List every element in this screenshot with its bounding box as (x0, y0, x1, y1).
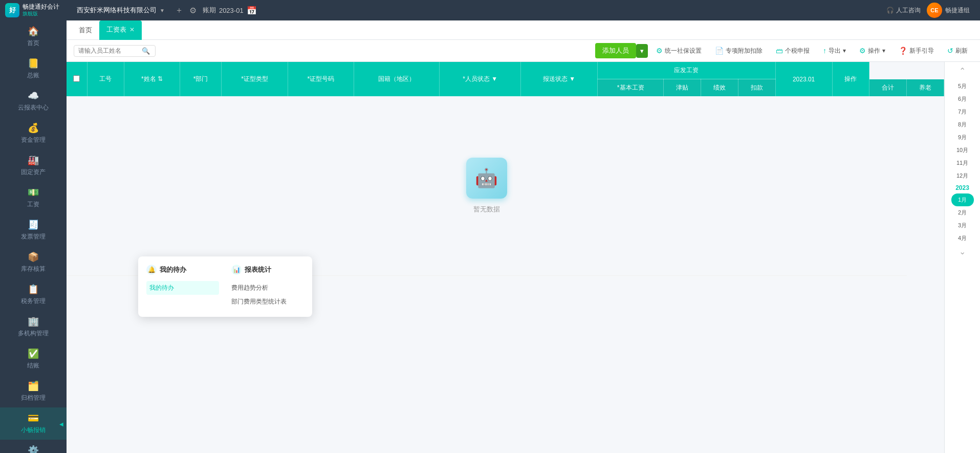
content-area: 首页 工资表 ✕ 🔍 添加人员 ▾ ⚙ 统一社保设置 (67, 20, 980, 453)
col-name: *姓名 ⇅ (124, 62, 180, 96)
salary-table: 工号 *姓名 ⇅ *部门 *证型类型 *证型号码 国籍（地区） *人员状态 ▼ … (67, 62, 944, 276)
sidebar-label-settle: 结账 (27, 361, 39, 370)
empty-text: 暂无数据 (473, 205, 500, 214)
timeline-month-7[interactable]: 7月 (945, 105, 980, 118)
sidebar-item-inventory[interactable]: 📦 库存核算 (0, 246, 67, 278)
col-dept: *部门 (180, 62, 222, 96)
export-arrow: ▾ (843, 47, 846, 54)
active-year-label: 2023 (955, 182, 969, 193)
timeline-month-2[interactable]: 2月 (945, 206, 980, 219)
service-button[interactable]: 🎧 人工咨询 (886, 6, 921, 15)
tax-report-btn[interactable]: 🗃 个税申报 (771, 45, 815, 57)
col-salary-group: 应发工资 (598, 62, 776, 79)
sidebar-item-ledger[interactable]: 📒 总账 (0, 53, 67, 85)
timeline-month-1-active[interactable]: 1月 (951, 193, 974, 206)
popup-dept-expense[interactable]: 部门费用类型统计表 (231, 295, 304, 309)
fixed-assets-icon: 🏭 (28, 155, 39, 166)
sidebar-item-multi-org[interactable]: 🏢 多机构管理 (0, 311, 67, 343)
sidebar-item-fixed-assets[interactable]: 🏭 固定资产 (0, 149, 67, 182)
sidebar-item-home[interactable]: 🏠 首页 (0, 20, 67, 53)
sidebar-label-cloud: 云报表中心 (18, 103, 49, 112)
toolbar: 🔍 添加人员 ▾ ⚙ 统一社保设置 📄 专项附加扣除 🗃 个税申报 (67, 40, 980, 62)
timeline-month-4[interactable]: 4月 (945, 232, 980, 245)
period-area: 账期 2023-01 📅 (203, 6, 257, 15)
period-label: 账期 (203, 6, 216, 15)
timeline-month-3[interactable]: 3月 (945, 219, 980, 232)
company-selector[interactable]: 西安虾米网络科技有限公司 ▼ (72, 6, 170, 15)
popup-todo-title: 🔔 我的待办 (146, 265, 219, 275)
popup-report-title: 📊 报表统计 (231, 265, 304, 275)
sidebar-label-home: 首页 (27, 39, 39, 48)
sidebar-label-salary: 工资 (27, 200, 39, 209)
col-pension: 养老 (907, 79, 944, 97)
expense-arrow: ◀ (59, 421, 63, 426)
sidebar-item-expense[interactable]: 💳 小畅报销 ◀ (0, 407, 67, 440)
timeline-month-5[interactable]: 5月 (945, 80, 980, 93)
main-layout: 🏠 首页 📒 总账 ☁️ 云报表中心 💰 资金管理 🏭 固定资产 💵 工资 🧾 … (0, 20, 980, 453)
guide-icon: ❓ (899, 47, 907, 55)
col-deduction: 扣款 (738, 79, 775, 97)
calendar-icon[interactable]: 📅 (247, 6, 257, 15)
sidebar-label-multi: 多机构管理 (18, 329, 49, 338)
sidebar-item-tax[interactable]: 📋 税务管理 (0, 278, 67, 311)
tab-salary-table[interactable]: 工资表 ✕ (99, 20, 142, 40)
expense-icon: 💳 (28, 413, 39, 424)
timeline-month-6[interactable]: 6月 (945, 93, 980, 105)
social-security-btn[interactable]: ⚙ 统一社保设置 (651, 45, 707, 57)
special-deduction-btn[interactable]: 📄 专项附加扣除 (710, 45, 768, 57)
col-cert-number: *证型号码 (288, 62, 354, 96)
top-actions: ＋ ⚙ 账期 2023-01 📅 (170, 5, 262, 16)
operation-btn[interactable]: ⚙ 操作 ▾ (854, 45, 890, 57)
timeline-up-chevron[interactable]: ⌃ (957, 64, 968, 78)
sidebar-label-fund: 资金管理 (21, 136, 46, 144)
settings-icon[interactable]: ⚙ (189, 6, 197, 15)
timeline-month-12[interactable]: 12月 (945, 169, 980, 182)
tab-close-icon[interactable]: ✕ (129, 26, 135, 33)
timeline-down-chevron[interactable]: ⌄ (957, 245, 968, 258)
select-all-checkbox[interactable] (73, 75, 80, 82)
basic-icon: ⚙️ (28, 445, 39, 453)
col-cert-type: *证型类型 (222, 62, 288, 96)
search-input[interactable] (78, 47, 140, 54)
sidebar-item-fund[interactable]: 💰 资金管理 (0, 117, 67, 149)
export-btn[interactable]: ↑ 导出 ▾ (818, 45, 851, 57)
sidebar-item-basic[interactable]: ⚙️ 基础设置 (0, 440, 67, 453)
col-report-status: 报送状态 ▼ (521, 62, 598, 96)
popup-my-todo[interactable]: 我的待办 (146, 281, 219, 295)
add-icon[interactable]: ＋ (175, 5, 183, 16)
social-security-icon: ⚙ (656, 47, 663, 55)
popup-report-label: 报表统计 (245, 265, 271, 274)
timeline-month-10[interactable]: 10月 (945, 144, 980, 157)
timeline-month-8[interactable]: 8月 (945, 118, 980, 131)
user-area: 🎧 人工咨询 CE 畅捷通组 (886, 3, 970, 18)
sidebar-item-settle[interactable]: ✅ 结账 (0, 343, 67, 375)
sidebar-label-inventory: 库存核算 (21, 265, 46, 273)
report-icon: 📊 (231, 265, 242, 275)
avatar[interactable]: CE (927, 3, 942, 18)
tax-report-label: 个税申报 (785, 47, 810, 55)
popup-col-todo: 🔔 我的待办 我的待办 (146, 265, 219, 309)
period-value: 2023-01 (219, 7, 244, 14)
empty-robot-icon: 🤖 (466, 158, 507, 199)
sidebar-item-invoice[interactable]: 🧾 发票管理 (0, 214, 67, 246)
refresh-btn[interactable]: ↺ 刷新 (942, 45, 973, 57)
guide-btn[interactable]: ❓ 新手引导 (894, 45, 939, 57)
col-allowance: 津贴 (664, 79, 701, 97)
add-person-button[interactable]: 添加人员 (595, 43, 636, 58)
home-icon: 🏠 (28, 26, 39, 37)
sidebar-item-cloud-report[interactable]: ☁️ 云报表中心 (0, 85, 67, 117)
sidebar-item-archive[interactable]: 🗂️ 归档管理 (0, 375, 67, 407)
timeline-month-9[interactable]: 9月 (945, 131, 980, 144)
add-dropdown-button[interactable]: ▾ (636, 44, 648, 58)
export-label: 导出 (829, 47, 841, 55)
top-bar: 好 畅捷通好会计 旗舰版 西安虾米网络科技有限公司 ▼ ＋ ⚙ 账期 2023-… (0, 0, 980, 20)
popup-col-report: 📊 报表统计 费用趋势分析 部门费用类型统计表 (231, 265, 304, 309)
headset-icon: 🎧 (886, 7, 894, 14)
col-personnel-status: *人员状态 ▼ (440, 62, 521, 96)
cloud-icon: ☁️ (28, 90, 39, 101)
sidebar-item-salary[interactable]: 💵 工资 (0, 182, 67, 214)
timeline-month-11[interactable]: 11月 (945, 157, 980, 169)
popup-expense-trend[interactable]: 费用趋势分析 (231, 281, 304, 295)
fund-icon: 💰 (28, 122, 39, 134)
tab-home[interactable]: 首页 (72, 20, 99, 40)
